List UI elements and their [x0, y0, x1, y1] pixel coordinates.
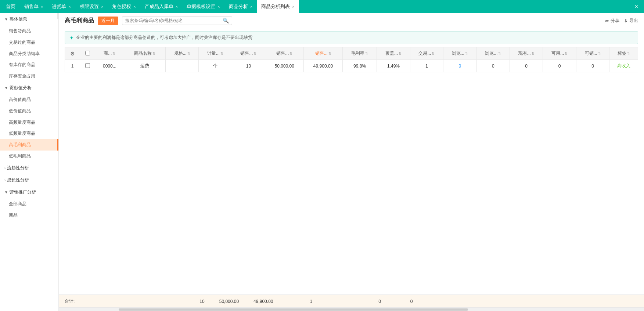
nav-analysis[interactable]: 商品分析 ×: [224, 0, 257, 13]
sidebar-item-low-margin[interactable]: 低毛利商品: [0, 151, 58, 162]
share-btn[interactable]: ➦ 分享: [605, 18, 619, 24]
sort-icon-name[interactable]: ⇅: [152, 52, 155, 55]
nav-permissions[interactable]: 权限设置 ×: [75, 0, 108, 13]
sidebar-item-low-freq[interactable]: 低频量度商品: [0, 128, 58, 139]
nav-close-analysis[interactable]: ×: [250, 0, 252, 13]
share-icon: ➦: [605, 18, 609, 23]
col-stock-cur: 现有... ⇅: [510, 47, 543, 60]
row-sales-cost: 49,900.00: [304, 60, 342, 72]
col-check[interactable]: [80, 47, 95, 60]
nav-analysis-list[interactable]: 商品分析列表 ×: [257, 0, 299, 13]
col-tag-label: 标签: [618, 50, 626, 57]
sidebar-item-goods-contrib[interactable]: 商品分类助销率: [0, 48, 58, 59]
col-sales-cost: 销售... ⇅: [304, 47, 342, 60]
row-checkbox[interactable]: [80, 60, 95, 72]
sort-icon-sales-cost[interactable]: ⇅: [328, 52, 331, 55]
sidebar-item-stock-funds[interactable]: 库存资金占用: [0, 70, 58, 82]
nav-products[interactable]: 产成品入库单 ×: [140, 0, 182, 13]
sort-icon-stock-avail[interactable]: ⇅: [565, 52, 568, 55]
row-stock-cur: 0: [510, 60, 543, 72]
row-sales-amount: 50,000.00: [265, 60, 304, 72]
sidebar-item-high-margin[interactable]: 高毛利商品: [0, 139, 58, 151]
sidebar-item-new-goods[interactable]: 新品: [0, 210, 58, 221]
nav-close-roles[interactable]: ×: [133, 0, 136, 13]
filter-month-btn[interactable]: 近一月: [98, 17, 118, 25]
arrow-icon-4: ›: [4, 178, 6, 182]
sidebar-item-high-value[interactable]: 高价值商品: [0, 94, 58, 105]
table-row: 1 0000... 运费 个 10 50,000.00 49,900.00 99…: [65, 60, 638, 72]
scroll-thumb[interactable]: [119, 308, 468, 311]
col-name: 商品名称 ⇅: [124, 47, 166, 60]
row-name: 运费: [124, 60, 166, 72]
sort-icon-transactions[interactable]: ⇅: [432, 52, 435, 55]
col-coverage-label: 覆盖...: [385, 50, 398, 57]
sort-icon-coverage[interactable]: ⇅: [399, 52, 402, 55]
sort-icon-margin-rate[interactable]: ⇅: [365, 52, 368, 55]
sidebar-group-marketing[interactable]: ▼ 营销推广分析: [0, 186, 58, 198]
window-close-btn[interactable]: ×: [630, 3, 643, 10]
col-margin-rate-label: 毛利率: [351, 50, 364, 57]
horizontal-scrollbar[interactable]: [59, 307, 644, 311]
nav-close-sales[interactable]: ×: [41, 0, 43, 13]
col-settings[interactable]: ⚙: [65, 47, 80, 60]
sort-icon-spec[interactable]: ⇅: [187, 52, 190, 55]
nav-close-purchase[interactable]: ×: [68, 0, 71, 13]
nav-close-template[interactable]: ×: [217, 0, 220, 13]
search-icon[interactable]: 🔍: [223, 18, 229, 23]
row-browse1[interactable]: 0: [443, 60, 476, 72]
sidebar-item-stocked-goods[interactable]: 有库存的商品: [0, 59, 58, 70]
export-icon: ⇓: [624, 18, 628, 23]
nav-template[interactable]: 单据模板设置 ×: [182, 0, 224, 13]
arrow-icon-3: ›: [4, 166, 6, 170]
row-stock-avail: 0: [543, 60, 576, 72]
sidebar-group-financial[interactable]: ▼ 贡献值分析: [0, 82, 58, 94]
sort-icon-tag[interactable]: ⇅: [627, 52, 630, 55]
row-browse2: 0: [476, 60, 510, 72]
row-coverage: 1.49%: [377, 60, 410, 72]
data-table: ⚙ 商... ⇅ 商品名称: [65, 47, 638, 72]
sidebar-item-all-goods[interactable]: 全部商品: [0, 198, 58, 210]
sort-icon-unit[interactable]: ⇅: [220, 52, 223, 55]
col-name-label: 商品名称: [134, 50, 152, 57]
select-all-checkbox[interactable]: [85, 51, 90, 55]
sort-icon-code[interactable]: ⇅: [112, 52, 115, 55]
sidebar-item-sales-goods[interactable]: 销售货商品: [0, 25, 58, 37]
nav-close-analysis-list[interactable]: ×: [292, 0, 294, 13]
nav-roles[interactable]: 角色授权 ×: [108, 0, 140, 13]
row-spec: [165, 60, 198, 72]
col-stock-sell: 可销... ⇅: [576, 47, 609, 60]
col-browse1-label: 浏览...: [452, 50, 464, 57]
sidebar-item-low-value[interactable]: 低价值商品: [0, 105, 58, 117]
col-browse2: 浏览... ⇅: [476, 47, 510, 60]
sort-icon-sales-qty[interactable]: ⇅: [253, 52, 256, 55]
sidebar-item-high-freq[interactable]: 高频量度商品: [0, 117, 58, 128]
footer-label: 合计:: [65, 298, 75, 304]
row-select-checkbox[interactable]: [85, 63, 90, 68]
col-sales-qty-label: 销售...: [240, 50, 253, 57]
nav-sales[interactable]: 销售单 ×: [20, 0, 47, 13]
row-sales-qty: 10: [232, 60, 265, 72]
sort-icon-stock-cur[interactable]: ⇅: [532, 52, 535, 55]
nav-home[interactable]: 首页: [1, 0, 20, 13]
sidebar-item-traded-goods[interactable]: 交易过的商品: [0, 37, 58, 48]
sort-icon-browse2[interactable]: ⇅: [498, 52, 501, 55]
footer-stock-cur: 0: [378, 299, 381, 304]
export-btn[interactable]: ⇓ 导出: [624, 18, 638, 24]
nav-close-permissions[interactable]: ×: [101, 0, 103, 13]
col-spec: 规格... ⇅: [165, 47, 198, 60]
arrow-icon-5: ▼: [4, 190, 8, 194]
nav-purchase[interactable]: 进货单 ×: [47, 0, 75, 13]
sidebar-group-overall[interactable]: ▼ 整体信息: [0, 13, 58, 25]
sidebar-group-growth[interactable]: › 成长性分析: [0, 174, 58, 186]
col-stock-cur-label: 现有...: [518, 50, 531, 57]
sort-icon-sales-amount[interactable]: ⇅: [289, 52, 292, 55]
search-input[interactable]: [125, 18, 221, 23]
sort-icon-browse1[interactable]: ⇅: [465, 52, 468, 55]
col-stock-avail: 可用... ⇅: [543, 47, 576, 60]
nav-close-products[interactable]: ×: [176, 0, 178, 13]
col-sales-amount-label: 销售...: [276, 50, 289, 57]
sort-icon-stock-sell[interactable]: ⇅: [598, 52, 601, 55]
gear-icon[interactable]: ⚙: [70, 51, 75, 57]
sidebar-group-trend[interactable]: › 流趋性分析: [0, 162, 58, 174]
row-stock-sell: 0: [576, 60, 609, 72]
